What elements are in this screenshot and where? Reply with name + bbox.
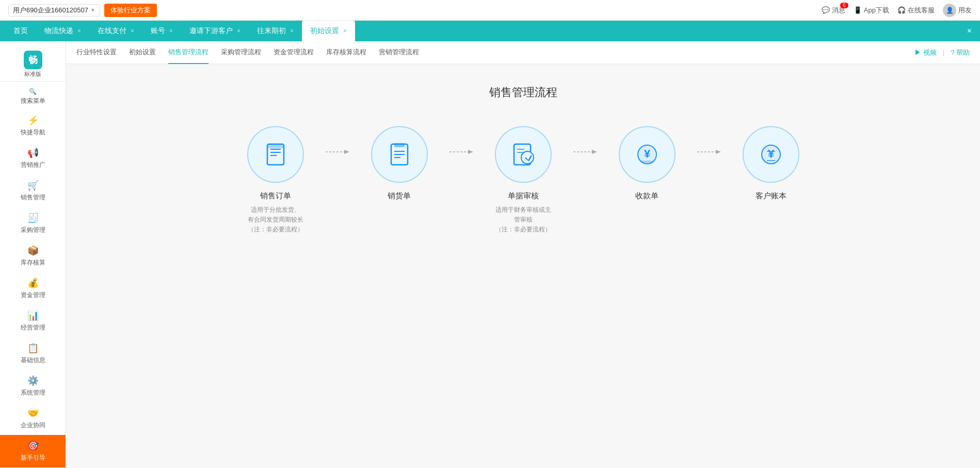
sidebar-quicknav-label: 快捷导航 — [21, 128, 45, 137]
flow-step-receipt[interactable]: ¥ 收款单 — [601, 126, 694, 205]
collab-icon: 🤝 — [27, 408, 39, 419]
sidebar-sales-label: 销售管理 — [21, 193, 45, 202]
sidebar-item-purchase[interactable]: 🧾 采购管理 — [0, 207, 66, 240]
content-tab-marketing-flow[interactable]: 营销管理流程 — [379, 41, 419, 64]
content-tab-industry[interactable]: 行业特性设置 — [76, 41, 117, 64]
message-group[interactable]: 💬 消息 6 — [822, 6, 845, 15]
content-tab-sales-flow-label: 销售管理流程 — [168, 48, 208, 57]
avatar: 👤 — [943, 4, 956, 17]
svg-marker-26 — [716, 150, 721, 154]
sidebar-item-search[interactable]: 🔍 搜索菜单 — [0, 84, 66, 110]
sidebar-item-basic[interactable]: 📋 基础信息 — [0, 337, 66, 370]
svg-marker-6 — [344, 150, 349, 154]
ledger-name: 客户账本 — [756, 191, 786, 201]
sidebar-collab-label: 企业协同 — [21, 421, 45, 430]
nav-tab-period[interactable]: 往来期初 × — [249, 21, 302, 41]
close-payment-icon[interactable]: × — [131, 27, 134, 35]
user-select[interactable]: 用户690企业1660120507 ▼ — [8, 4, 100, 17]
sidebar-item-newbie[interactable]: 🎯 新手引导 — [0, 435, 66, 467]
sidebar-item-business[interactable]: 📊 经营管理 — [0, 305, 66, 337]
video-action[interactable]: ▶ 视频 — [914, 48, 937, 57]
sidebar-system-label: 系统管理 — [21, 388, 45, 397]
inventory-icon: 📦 — [27, 245, 39, 256]
sidebar-item-system[interactable]: ⚙️ 系统管理 — [0, 370, 66, 402]
flow-circle-receipt: ¥ — [619, 126, 676, 183]
svg-marker-21 — [592, 150, 597, 154]
close-init-icon[interactable]: × — [343, 27, 347, 35]
delivery-icon — [386, 141, 413, 168]
close-period-icon[interactable]: × — [290, 27, 294, 35]
user-label: 用户690企业1660120507 — [13, 6, 88, 15]
nav-tab-payment-label: 在线支付 — [98, 26, 126, 36]
content-tab-purchase-flow-label: 采购管理流程 — [221, 48, 261, 57]
nav-tab-home[interactable]: 首页 — [5, 21, 36, 41]
trial-button[interactable]: 体验行业方案 — [104, 4, 157, 17]
sales-order-icon — [262, 141, 289, 168]
flow-arrow-3 — [570, 126, 601, 157]
flow-circle-approval — [495, 126, 552, 183]
sidebar-business-label: 经营管理 — [21, 323, 45, 332]
nav-tab-init[interactable]: 初始设置 × — [302, 21, 355, 41]
close-all-tabs[interactable]: × — [959, 26, 980, 36]
sales-icon: 🛒 — [27, 180, 39, 191]
content-tab-sales-flow[interactable]: 销售管理流程 — [168, 41, 208, 64]
flow-step-approval[interactable]: 单据审核 适用于财务审核或主管审核（注：非必要流程） — [477, 126, 570, 235]
user-avatar-group[interactable]: 👤 用友 — [943, 4, 972, 17]
dropdown-arrow-icon: ▼ — [90, 7, 95, 13]
divider: | — [943, 49, 944, 56]
nav-tab-logistics[interactable]: 物流快递 × — [36, 21, 89, 41]
flow-area: 销售管理流程 销售订单 适用于分批发货、有合同发货周期较长（ — [66, 64, 980, 468]
sidebar-item-sales[interactable]: 🛒 销售管理 — [0, 175, 66, 207]
business-icon: 📊 — [27, 310, 39, 321]
receipt-icon: ¥ — [634, 141, 661, 168]
sidebar-item-quicknav[interactable]: ⚡ 快捷导航 — [0, 110, 66, 142]
logo-icon: 畅 — [24, 51, 42, 69]
nav-tab-account[interactable]: 账号 × — [142, 21, 181, 41]
close-logistics-icon[interactable]: × — [77, 27, 81, 35]
flow-circle-sales-order — [247, 126, 304, 183]
flow-step-sales-order[interactable]: 销售订单 适用于分批发货、有合同发货周期较长（注：非必要流程） — [229, 126, 322, 235]
sidebar-search-label: 搜索菜单 — [21, 97, 45, 105]
flow-step-delivery[interactable]: 销货单 — [353, 126, 446, 205]
flow-title: 销售管理流程 — [489, 85, 557, 100]
service-group[interactable]: 🎧 在线客服 — [897, 6, 935, 15]
nav-tab-payment[interactable]: 在线支付 × — [89, 21, 142, 41]
nav-tab-account-label: 账号 — [151, 26, 165, 36]
content-tab-industry-label: 行业特性设置 — [76, 48, 117, 57]
sidebar-item-collab[interactable]: 🤝 企业协同 — [0, 402, 66, 435]
sidebar-item-marketing[interactable]: 📢 营销推广 — [0, 142, 66, 175]
quicknav-icon: ⚡ — [27, 115, 39, 126]
help-label: 帮助 — [956, 49, 970, 56]
nav-tab-invite[interactable]: 邀请下游客户 × — [181, 21, 249, 41]
approval-icon — [510, 141, 537, 168]
purchase-icon: 🧾 — [27, 212, 39, 224]
sidebar-inventory-label: 库存核算 — [21, 258, 45, 267]
content-tab-inventory-flow[interactable]: 库存核算流程 — [326, 41, 366, 64]
delivery-name: 销货单 — [388, 191, 411, 201]
help-action[interactable]: ? 帮助 — [951, 48, 970, 57]
sales-order-name: 销售订单 — [260, 191, 291, 201]
content-tab-purchase-flow[interactable]: 采购管理流程 — [221, 41, 261, 64]
app-download-group[interactable]: 📱 App下载 — [854, 6, 889, 15]
nav-tabs: 首页 物流快递 × 在线支付 × 账号 × 邀请下游客户 × 往来期初 × 初始… — [0, 21, 980, 41]
top-bar: 用户690企业1660120507 ▼ 体验行业方案 💬 消息 6 📱 App下… — [0, 0, 980, 21]
user-name: 用友 — [958, 6, 972, 15]
logo-text: 标准版 — [24, 70, 41, 78]
flow-step-ledger[interactable]: ¥ 客户账本 — [725, 126, 817, 205]
sidebar-item-finance[interactable]: 💰 资金管理 — [0, 272, 66, 305]
content-tab-actions: ▶ 视频 | ? 帮助 — [914, 48, 970, 57]
nav-tab-period-label: 往来期初 — [257, 26, 286, 36]
message-badge: 6 — [840, 3, 848, 8]
svg-marker-13 — [468, 150, 473, 154]
top-bar-right: 💬 消息 6 📱 App下载 🎧 在线客服 👤 用友 — [822, 4, 972, 17]
flow-circle-delivery — [371, 126, 428, 183]
message-icon: 💬 — [822, 6, 830, 14]
content-tab-finance-flow[interactable]: 资金管理流程 — [274, 41, 314, 64]
content-tab-init[interactable]: 初始设置 — [129, 41, 156, 64]
main-layout: 畅 标准版 🔍 搜索菜单 ⚡ 快捷导航 📢 营销推广 🛒 销售管理 🧾 采购管理… — [0, 41, 980, 468]
close-account-icon[interactable]: × — [169, 27, 173, 35]
video-icon: ▶ — [914, 49, 923, 56]
close-invite-icon[interactable]: × — [237, 27, 240, 35]
svg-rect-4 — [268, 145, 283, 148]
sidebar-item-inventory[interactable]: 📦 库存核算 — [0, 240, 66, 272]
